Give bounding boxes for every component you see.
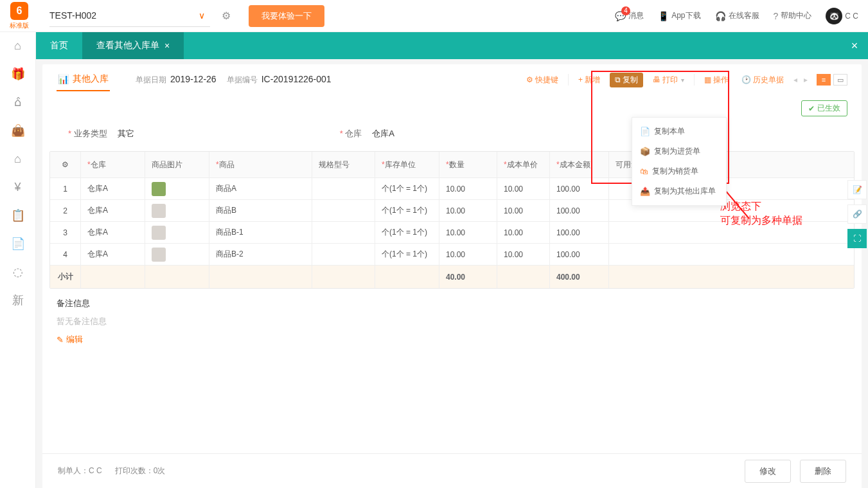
row-product: 商品B-1 — [209, 222, 312, 243]
ops-button[interactable]: ▦操作 — [701, 73, 732, 87]
table-row[interactable]: 4仓库A商品B-2个(1个 = 1个)10.0010.00100.00 — [50, 243, 854, 265]
row-price: 10.00 — [497, 244, 550, 265]
row-price: 10.00 — [497, 222, 550, 243]
nav-new-icon[interactable]: 新 — [11, 293, 25, 307]
creator-info: 制单人：C C — [58, 465, 102, 476]
row-image — [145, 222, 209, 243]
row-unit: 个(1个 = 1个) — [375, 222, 439, 243]
row-index: 2 — [50, 200, 81, 221]
view-grid-toggle[interactable]: ▭ — [833, 74, 847, 86]
nav-money-icon[interactable]: ¥ — [11, 180, 25, 194]
row-spec — [312, 244, 375, 265]
nav-home-icon[interactable]: ⌂ — [11, 39, 25, 53]
remark-empty: 暂无备注信息 — [57, 316, 847, 327]
logo: 6 标准版 — [10, 2, 29, 30]
col-settings[interactable]: ⚙ — [50, 152, 81, 177]
print-icon: 🖶 — [653, 75, 660, 84]
tab-view-other-in[interactable]: 查看其他入库单 × — [82, 32, 184, 59]
user-menu[interactable]: 🐼 C C — [826, 8, 858, 24]
view-list-toggle[interactable]: ≡ — [817, 74, 831, 86]
app-download-link[interactable]: 📱 App下载 — [658, 10, 700, 21]
org-selector[interactable]: TEST-H002 ∨ — [49, 5, 210, 27]
tab-bar: 首页 查看其他入库单 × × — [36, 32, 868, 59]
nav-doc-icon[interactable]: 📄 — [11, 237, 25, 251]
rail-link-icon[interactable]: 🔗 — [847, 204, 867, 224]
product-thumb-icon — [152, 204, 166, 218]
tab-home[interactable]: 首页 — [36, 32, 82, 59]
settings-icon[interactable]: ⚙ — [222, 10, 231, 22]
col-spec: 规格型号 — [312, 152, 375, 177]
next-icon[interactable]: ▸ — [804, 75, 808, 84]
status-badge: ✔已生效 — [801, 100, 847, 116]
delete-button[interactable]: 删除 — [800, 460, 846, 483]
prev-icon[interactable]: ◂ — [793, 75, 797, 84]
product-thumb-icon — [152, 226, 166, 240]
row-amount: 100.00 — [550, 200, 609, 221]
print-button[interactable]: 🖶打印▾ — [650, 73, 687, 87]
nav-house-icon[interactable]: ⌂̂ — [11, 95, 25, 109]
doc-no-label: 单据编号IC-20191226-001 — [227, 74, 332, 86]
doc-date-label: 单据日期2019-12-26 — [136, 74, 217, 86]
nav-home2-icon[interactable]: ⌂ — [11, 152, 25, 166]
nav-circle-icon[interactable]: ◌ — [11, 265, 25, 279]
dd-copy-other-out[interactable]: 📤复制为其他出库单 — [632, 181, 726, 201]
close-icon[interactable]: × — [164, 41, 170, 51]
col-product: 商品 — [209, 152, 312, 177]
message-badge: 4 — [621, 6, 630, 15]
page-tab-other-in[interactable]: 📊 其他入库 — [57, 68, 110, 91]
phone-icon: 📱 — [658, 11, 669, 21]
headset-icon: 🎧 — [715, 11, 726, 21]
subtotal-amount: 400.00 — [550, 266, 609, 288]
dd-copy-sales[interactable]: 🛍复制为销货单 — [632, 161, 726, 181]
nav-gift-icon[interactable]: 🎁 — [11, 67, 25, 81]
col-image: 商品图片 — [145, 152, 209, 177]
chart-icon: 📊 — [58, 74, 69, 84]
row-qty: 10.00 — [439, 178, 497, 199]
remark-title: 备注信息 — [57, 298, 847, 309]
dd-copy-this[interactable]: 📄复制本单 — [632, 122, 726, 141]
row-product: 商品B — [209, 200, 312, 221]
divider — [694, 74, 695, 86]
copy-dropdown: 📄复制本单 📦复制为进货单 🛍复制为销货单 📤复制为其他出库单 — [632, 117, 727, 206]
history-icon: 🕑 — [741, 75, 751, 84]
dd-copy-purchase[interactable]: 📦复制为进货单 — [632, 141, 726, 161]
row-amount: 100.00 — [550, 244, 609, 265]
biz-type-field: 业务类型其它 — [68, 128, 134, 140]
trial-button[interactable]: 我要体验一下 — [249, 5, 324, 27]
messages-link[interactable]: 💬 4 消息 — [615, 10, 644, 21]
nav-clipboard-icon[interactable]: 📋 — [11, 208, 25, 222]
row-amount: 100.00 — [550, 222, 609, 243]
row-index: 1 — [50, 178, 81, 199]
avatar-icon: 🐼 — [826, 8, 842, 24]
close-all-tabs[interactable]: × — [841, 32, 868, 59]
row-unit: 个(1个 = 1个) — [375, 200, 439, 221]
copy-button[interactable]: ⧉复制 — [610, 73, 643, 87]
edit-icon: ✎ — [57, 335, 64, 345]
subtotal-qty: 40.00 — [439, 266, 497, 288]
logo-icon: 6 — [10, 2, 28, 20]
table-row[interactable]: 1仓库A商品A个(1个 = 1个)10.0010.00100.00 — [50, 177, 854, 199]
doc-icon: 📄 — [640, 127, 650, 136]
add-button[interactable]: +新增 — [575, 73, 603, 87]
help-center-link[interactable]: ? 帮助中心 — [774, 10, 812, 21]
rail-expand-icon[interactable]: ⛶ — [847, 229, 867, 248]
row-index: 4 — [50, 244, 81, 265]
row-image — [145, 244, 209, 265]
row-spec — [312, 200, 375, 221]
row-price: 10.00 — [497, 200, 550, 221]
org-name: TEST-H002 — [49, 10, 96, 21]
modify-button[interactable]: 修改 — [745, 460, 791, 483]
rail-note-icon[interactable]: 📝 — [847, 180, 867, 199]
chevron-down-icon: ▾ — [681, 77, 684, 84]
shortcut-button[interactable]: ⚙快捷键 — [523, 73, 562, 87]
row-product: 商品B-2 — [209, 244, 312, 265]
remark-edit-button[interactable]: ✎编辑 — [57, 334, 847, 345]
edition-label: 标准版 — [10, 21, 29, 30]
grid-icon: ▦ — [704, 75, 711, 84]
online-service-link[interactable]: 🎧 在线客服 — [715, 10, 759, 21]
gear-icon: ⚙ — [526, 75, 533, 84]
history-button[interactable]: 🕑历史单据 — [738, 73, 787, 87]
col-amount: 成本金额 — [550, 152, 609, 177]
nav-bag-icon[interactable]: 👜 — [11, 123, 25, 138]
col-warehouse: 仓库 — [81, 152, 145, 177]
